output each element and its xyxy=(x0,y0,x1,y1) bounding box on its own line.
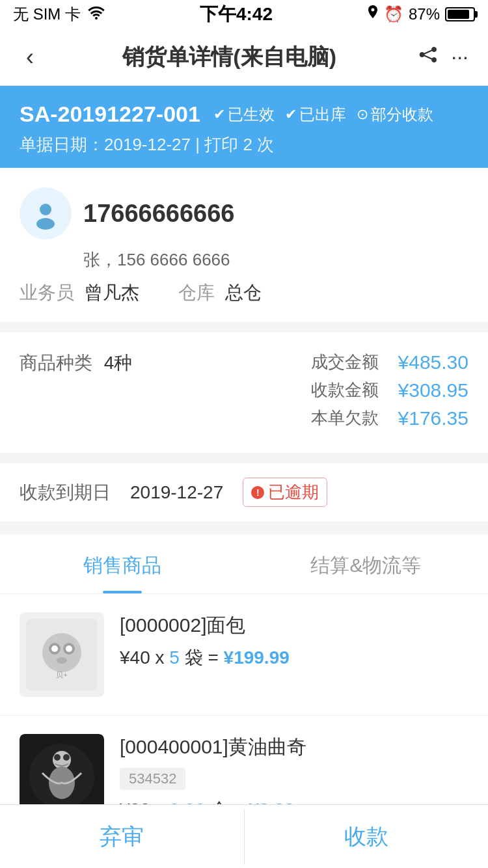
salesperson-label: 业务员 xyxy=(20,282,74,303)
salesperson-value: 曾凡杰 xyxy=(85,282,139,303)
status-partial: ⊙ 部分收款 xyxy=(357,104,433,125)
carrier-label: 无 SIM 卡 xyxy=(13,4,81,25)
product-name-cookie: [000400001]黄油曲奇 xyxy=(120,734,468,761)
overdue-dot-icon: ! xyxy=(251,486,264,499)
deal-amount-row: 成交金额 ¥485.30 xyxy=(311,351,468,373)
bread-thumb-placeholder: 贝+ xyxy=(20,612,104,697)
status-shipped: ✔ 已出库 xyxy=(285,104,346,125)
check-active-icon: ✔ xyxy=(213,106,225,123)
status-right: ⏰ 87% xyxy=(367,5,475,23)
owed-amount-label: 本单欠款 xyxy=(311,407,379,429)
svg-point-7 xyxy=(51,645,58,652)
tabs-section: 销售商品 结算&物流等 xyxy=(0,534,488,594)
warehouse-value: 总仓 xyxy=(225,282,262,303)
svg-point-16 xyxy=(63,754,70,761)
status-active: ✔ 已生效 xyxy=(213,104,275,125)
bread-qty: 5 xyxy=(169,647,180,668)
customer-section: 17666666666 张，156 6666 6666 业务员 曾凡杰 仓库 总… xyxy=(0,168,488,322)
received-amount-row: 收款金额 ¥308.95 xyxy=(311,379,468,401)
order-header-banner: SA-20191227-001 ✔ 已生效 ✔ 已出库 ⊙ 部分收款 单据日期：… xyxy=(0,86,488,168)
svg-point-1 xyxy=(40,204,51,215)
status-time: 下午4:42 xyxy=(200,2,273,27)
product-info-bread: [0000002]面包 ¥40 x 5 袋 = ¥199.99 xyxy=(120,612,468,670)
salesperson-info: 业务员 曾凡杰 xyxy=(20,280,139,305)
tab-sales-products[interactable]: 销售商品 xyxy=(0,534,244,593)
bread-total: ¥199.99 xyxy=(224,647,290,668)
customer-phone: 17666666666 xyxy=(83,200,234,228)
due-label: 收款到期日 xyxy=(20,480,111,505)
wifi-icon xyxy=(87,5,105,23)
svg-point-4 xyxy=(42,633,81,672)
owed-amount-row: 本单欠款 ¥176.35 xyxy=(311,407,468,429)
status-left: 无 SIM 卡 xyxy=(13,4,105,25)
nav-actions: ··· xyxy=(418,44,468,70)
owed-amount-value: ¥176.35 xyxy=(398,407,468,429)
summary-row: 商品种类 4种 成交金额 ¥485.30 收款金额 ¥308.95 本单欠款 ¥… xyxy=(20,351,468,435)
order-id: SA-20191227-001 xyxy=(20,102,200,127)
received-amount-value: ¥308.95 xyxy=(398,379,468,401)
share-icon[interactable] xyxy=(418,44,438,70)
svg-point-15 xyxy=(54,754,61,761)
type-count: 4种 xyxy=(104,353,133,373)
bread-multiply: x xyxy=(156,647,170,668)
check-shipped-icon: ✔ xyxy=(285,106,297,123)
bread-unit: 袋 xyxy=(185,647,203,668)
customer-meta: 业务员 曾凡杰 仓库 总仓 xyxy=(20,280,468,305)
bread-eq: = xyxy=(208,647,223,668)
summary-section: 商品种类 4种 成交金额 ¥485.30 收款金额 ¥308.95 本单欠款 ¥… xyxy=(0,332,488,453)
bottom-bar: 弃审 收款 xyxy=(0,804,488,868)
order-date-info: 单据日期：2019-12-27 | 打印 2 次 xyxy=(20,133,468,156)
due-section: 收款到期日 2019-12-27 ! 已逾期 xyxy=(0,463,488,521)
status-tags: ✔ 已生效 ✔ 已出库 ⊙ 部分收款 xyxy=(213,104,433,125)
more-icon[interactable]: ··· xyxy=(451,45,468,69)
collect-payment-button[interactable]: 收款 xyxy=(244,809,489,865)
product-price-bread: ¥40 x 5 袋 = ¥199.99 xyxy=(120,645,468,670)
deal-amount-label: 成交金额 xyxy=(311,351,379,373)
status-bar: 无 SIM 卡 下午4:42 ⏰ 87% xyxy=(0,0,488,29)
avatar xyxy=(20,187,72,239)
product-sku-cookie: 534532 xyxy=(120,768,185,790)
battery-level: 87% xyxy=(409,5,440,23)
nav-bar: ‹ 销货单详情(来自电脑) ··· xyxy=(0,29,488,86)
due-date: 2019-12-27 xyxy=(130,482,223,503)
location-icon xyxy=(367,5,379,23)
warehouse-info: 仓库 总仓 xyxy=(178,280,262,305)
received-amount-label: 收款金额 xyxy=(311,379,379,401)
product-type-info: 商品种类 4种 xyxy=(20,351,132,375)
product-item: 贝+ [0000002]面包 ¥40 x 5 袋 = ¥199.99 xyxy=(0,594,488,716)
back-button[interactable]: ‹ xyxy=(20,37,40,77)
abandon-review-button[interactable]: 弃审 xyxy=(0,809,244,865)
svg-point-2 xyxy=(36,218,55,230)
page-title: 销货单详情(来自电脑) xyxy=(40,42,418,72)
deal-amount-value: ¥485.30 xyxy=(398,351,468,373)
product-name-bread: [0000002]面包 xyxy=(120,612,468,639)
tabs-row: 销售商品 结算&物流等 xyxy=(0,534,488,593)
product-thumb-bread: 贝+ xyxy=(20,612,104,697)
clock-icon: ⏰ xyxy=(384,5,403,23)
type-label: 商品种类 xyxy=(20,353,92,373)
battery-icon xyxy=(445,7,475,21)
customer-row: 17666666666 xyxy=(20,187,468,239)
svg-text:贝+: 贝+ xyxy=(56,671,67,679)
tab-settlement-logistics[interactable]: 结算&物流等 xyxy=(244,534,488,593)
bread-price: ¥40 xyxy=(120,647,150,668)
overdue-badge: ! 已逾期 xyxy=(243,478,327,507)
svg-point-9 xyxy=(57,657,67,664)
warehouse-label: 仓库 xyxy=(178,282,215,303)
overdue-text: 已逾期 xyxy=(268,481,319,504)
amounts-info: 成交金额 ¥485.30 收款金额 ¥308.95 本单欠款 ¥176.35 xyxy=(311,351,468,435)
svg-point-8 xyxy=(66,645,72,652)
clock-status-icon: ⊙ xyxy=(357,106,368,123)
customer-detail: 张，156 6666 6666 xyxy=(20,249,468,271)
